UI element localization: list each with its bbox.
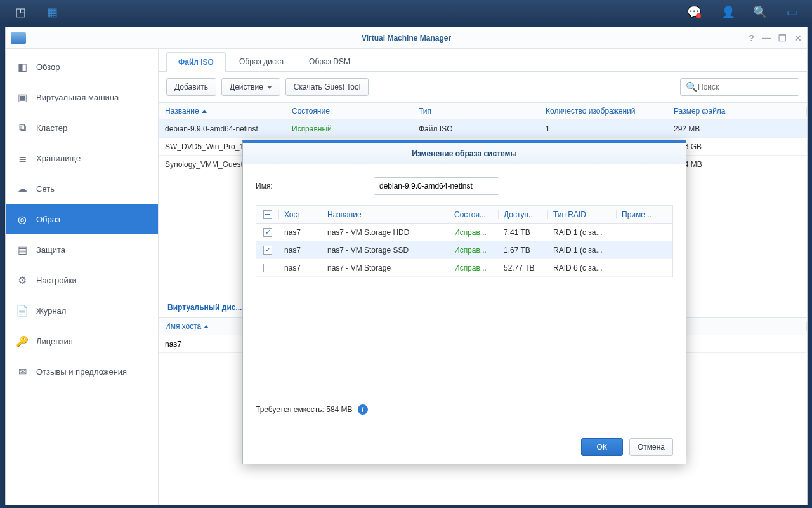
tab-Файл ISO[interactable]: Файл ISO bbox=[166, 52, 226, 72]
sidebar-icon: ◧ bbox=[16, 60, 29, 73]
sort-asc-icon bbox=[202, 110, 207, 113]
sidebar-item-label: Обзор bbox=[36, 62, 60, 72]
taskbar-chat-icon[interactable]: 💬 bbox=[681, 1, 712, 23]
action-button[interactable]: Действие bbox=[221, 78, 280, 96]
sort-asc-icon bbox=[204, 325, 209, 328]
ok-button[interactable]: ОК bbox=[581, 438, 623, 456]
col-host[interactable]: Хост bbox=[279, 210, 322, 219]
sidebar-icon: ◎ bbox=[16, 213, 29, 225]
dialog-title: Изменение образа системы bbox=[243, 143, 686, 164]
sidebar-icon: 🔑 bbox=[16, 335, 29, 347]
col-name[interactable]: Название bbox=[322, 210, 449, 219]
edit-image-dialog: Изменение образа системы Имя: Хост Назва… bbox=[242, 140, 686, 464]
sidebar-item-Лицензия[interactable]: 🔑Лицензия bbox=[6, 326, 158, 356]
system-taskbar: ◳ ▦ 💬 👤 🔍 ▭ bbox=[0, 0, 812, 24]
sidebar-icon: ⧉ bbox=[16, 121, 29, 134]
download-guest-tool-button[interactable]: Скачать Guest Tool bbox=[285, 78, 369, 96]
sidebar-item-Виртуальная машина[interactable]: ▣Виртуальная машина bbox=[6, 82, 158, 112]
name-label: Имя: bbox=[256, 182, 374, 190]
storage-row[interactable]: ✓nas7nas7 - VM Storage SSDИсправ...1.67 … bbox=[256, 241, 672, 259]
sidebar-item-Журнал[interactable]: 📄Журнал bbox=[6, 295, 158, 326]
app-icon bbox=[11, 32, 26, 44]
sidebar-item-label: Журнал bbox=[36, 306, 66, 316]
checkbox[interactable] bbox=[263, 264, 272, 272]
col-count[interactable]: Количество изображений bbox=[539, 107, 667, 116]
window-title: Virtual Machine Manager bbox=[362, 34, 451, 43]
name-input[interactable] bbox=[374, 177, 499, 195]
sidebar-item-label: Кластер bbox=[36, 123, 67, 133]
col-available[interactable]: Доступ... bbox=[499, 210, 548, 219]
sidebar-item-Отзывы и предложения[interactable]: ✉Отзывы и предложения bbox=[6, 356, 158, 387]
col-size[interactable]: Размер файла bbox=[667, 107, 807, 116]
close-icon[interactable]: ✕ bbox=[794, 33, 802, 43]
search-box[interactable]: 🔍 bbox=[680, 78, 799, 96]
storage-table: Хост Название Состоя... Доступ... Тип RA… bbox=[256, 205, 673, 277]
chevron-down-icon bbox=[267, 86, 272, 89]
maximize-icon[interactable]: ❐ bbox=[778, 33, 787, 43]
window-titlebar: Virtual Machine Manager ? — ❐ ✕ bbox=[6, 27, 807, 49]
sidebar-item-Настройки[interactable]: ⚙Настройки bbox=[6, 265, 158, 295]
sidebar-item-label: Хранилище bbox=[36, 154, 81, 163]
cancel-button[interactable]: Отмена bbox=[629, 438, 673, 456]
taskbar-menu-icon[interactable]: ◳ bbox=[5, 1, 36, 23]
col-checkbox[interactable] bbox=[256, 210, 279, 219]
sidebar-item-label: Настройки bbox=[36, 276, 77, 285]
table-row[interactable]: debian-9.9.0-amd64-netinstИсправныйФайл … bbox=[159, 120, 807, 138]
tab-Образ диска[interactable]: Образ диска bbox=[227, 51, 296, 71]
search-icon: 🔍 bbox=[686, 81, 698, 93]
sidebar-item-label: Сеть bbox=[36, 184, 55, 194]
taskbar-search-icon[interactable]: 🔍 bbox=[745, 1, 775, 23]
sidebar-item-Обзор[interactable]: ◧Обзор bbox=[6, 51, 158, 82]
taskbar-user-icon[interactable]: 👤 bbox=[713, 1, 743, 23]
tabs: Файл ISOОбраз дискаОбраз DSM bbox=[159, 49, 807, 72]
minimize-icon[interactable]: — bbox=[762, 33, 771, 43]
checkbox[interactable]: ✓ bbox=[263, 246, 272, 255]
sidebar-item-label: Лицензия bbox=[36, 337, 73, 346]
col-status[interactable]: Состояние bbox=[285, 107, 412, 116]
sidebar-item-Образ[interactable]: ◎Образ bbox=[6, 204, 158, 234]
storage-row[interactable]: nas7nas7 - VM StorageИсправ...52.77 TBRA… bbox=[256, 259, 672, 277]
sidebar-icon: ≣ bbox=[16, 152, 29, 164]
sidebar-item-Сеть[interactable]: ☁Сеть bbox=[6, 173, 158, 204]
sidebar-icon: 📄 bbox=[16, 304, 29, 317]
sidebar-item-label: Защита bbox=[36, 245, 65, 255]
sidebar-icon: ☁ bbox=[16, 182, 29, 195]
sidebar-item-Защита[interactable]: ▤Защита bbox=[6, 234, 158, 265]
sidebar-icon: ▤ bbox=[16, 243, 29, 256]
sidebar-icon: ⚙ bbox=[16, 274, 29, 286]
sidebar-icon: ▣ bbox=[16, 91, 29, 104]
help-icon[interactable]: ? bbox=[749, 33, 754, 43]
sidebar-item-label: Образ bbox=[36, 215, 60, 224]
table-header: Название Состояние Тип Количество изобра… bbox=[159, 102, 807, 120]
checkbox-indeterminate[interactable] bbox=[263, 210, 272, 219]
sidebar-item-Кластер[interactable]: ⧉Кластер bbox=[6, 112, 158, 143]
col-name[interactable]: Название bbox=[159, 107, 285, 116]
sidebar-item-label: Отзывы и предложения bbox=[36, 367, 127, 377]
sidebar: ◧Обзор▣Виртуальная машина⧉Кластер≣Хранил… bbox=[6, 49, 159, 505]
sidebar-item-Хранилище[interactable]: ≣Хранилище bbox=[6, 143, 158, 173]
toolbar: Добавить Действие Скачать Guest Tool 🔍 bbox=[159, 72, 807, 102]
taskbar-storage-icon[interactable]: ▦ bbox=[37, 1, 67, 23]
col-type[interactable]: Тип bbox=[412, 107, 539, 116]
sidebar-icon: ✉ bbox=[16, 365, 29, 378]
add-button[interactable]: Добавить bbox=[166, 78, 216, 96]
info-icon[interactable]: i bbox=[358, 404, 368, 415]
col-raid[interactable]: Тип RAID bbox=[548, 210, 617, 219]
required-capacity: Требуется емкость: 584 MB i bbox=[256, 399, 673, 420]
col-status[interactable]: Состоя... bbox=[449, 210, 499, 219]
col-note[interactable]: Приме... bbox=[617, 210, 672, 219]
sidebar-item-label: Виртуальная машина bbox=[36, 93, 119, 102]
tab-Образ DSM[interactable]: Образ DSM bbox=[297, 51, 362, 71]
checkbox[interactable]: ✓ bbox=[263, 228, 272, 237]
taskbar-widget-icon[interactable]: ▭ bbox=[776, 1, 807, 23]
storage-row[interactable]: ✓nas7nas7 - VM Storage HDDИсправ...7.41 … bbox=[256, 224, 672, 241]
search-input[interactable] bbox=[698, 83, 794, 91]
